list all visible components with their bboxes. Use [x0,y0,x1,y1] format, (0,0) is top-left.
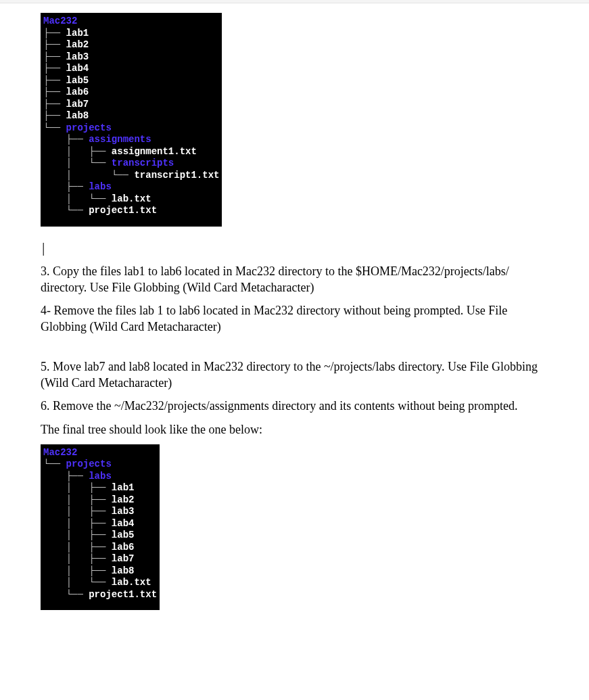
tree1-transcripts: transcripts [112,158,174,168]
text-cursor: | [42,239,548,256]
tree1-labtxt: lab.txt [112,193,151,204]
tree2-project1: project1.txt [89,589,157,600]
tree1-transcript1: transcript1.txt [134,170,219,181]
instruction-4: 4- Remove the files lab 1 to lab6 locate… [41,302,548,335]
tree1-lab2: lab2 [66,39,89,50]
tree2-projects: projects [66,459,112,469]
tree1-lab6: lab6 [66,87,89,97]
instruction-6: 6. Remove the ~/Mac232/projects/assignme… [41,398,548,414]
tree1-projects: projects [66,122,112,133]
tree1-lab5: lab5 [66,75,89,86]
top-border [0,0,589,3]
tree1-lab1: lab1 [66,28,89,39]
tree2-lab1: lab1 [112,482,135,493]
tree2-lab3: lab3 [112,506,135,517]
final-tree-caption: The final tree should look like the one … [41,421,548,438]
tree2-labs: labs [89,471,112,482]
tree2-lab8: lab8 [112,565,135,576]
tree2-labtxt: lab.txt [112,577,151,588]
tree1-project1: project1.txt [89,205,157,216]
tree2-lab6: lab6 [112,542,135,553]
spacer [41,342,548,352]
tree2-lab5: lab5 [112,530,135,540]
tree1-lab7: lab7 [66,99,89,110]
tree1-lab3: lab3 [66,51,89,62]
tree1-root: Mac232 [43,16,77,26]
instruction-5: 5. Move lab7 and lab8 located in Mac232 … [41,358,548,392]
tree1-lab8: lab8 [66,110,89,121]
tree2-lab2: lab2 [112,494,135,505]
tree2-lab4: lab4 [112,518,135,529]
terminal-tree-2: Mac232 └── projects ├── labs │ ├── lab1 … [41,444,160,611]
tree2-root: Mac232 [43,447,77,458]
tree1-assignment1: assignment1.txt [112,146,197,157]
tree2-lab7: lab7 [112,553,135,564]
tree1-assignments: assignments [89,134,151,145]
tree1-lab4: lab4 [66,63,89,74]
tree1-labs: labs [89,181,112,192]
instruction-3: 3. Copy the files lab1 to lab6 located i… [41,263,548,296]
document-page: Mac232 ├── lab1 ├── lab2 ├── lab3 ├── la… [0,0,589,647]
terminal-tree-1: Mac232 ├── lab1 ├── lab2 ├── lab3 ├── la… [41,13,222,227]
document-content: Mac232 ├── lab1 ├── lab2 ├── lab3 ├── la… [0,13,589,620]
